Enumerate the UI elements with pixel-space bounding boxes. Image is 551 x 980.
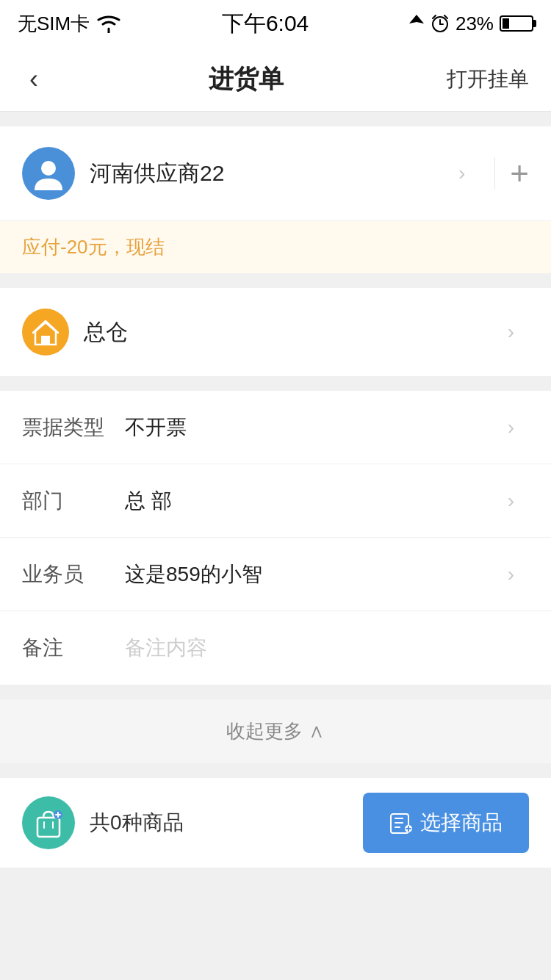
supplier-name: 河南供应商22: [90, 159, 458, 189]
remark-row[interactable]: 备注 备注内容: [0, 611, 551, 685]
notice-bar: 应付-20元，现结: [0, 221, 551, 273]
supplier-avatar: [22, 147, 75, 200]
supplier-row[interactable]: 河南供应商22 › +: [0, 126, 551, 221]
divider: [494, 157, 495, 190]
status-bar-right: 23%: [408, 12, 533, 35]
page-title: 进货单: [209, 62, 284, 96]
supplier-chevron-icon: ›: [458, 162, 465, 185]
shopping-bag-icon: [33, 807, 64, 838]
department-value: 总 部: [110, 487, 508, 515]
svg-rect-3: [37, 818, 60, 837]
form-section: 票据类型 不开票 › 部门 总 部 › 业务员 这是859的小智 › 备注 备注…: [0, 391, 551, 685]
remark-label: 备注: [22, 634, 110, 662]
section-divider-top: [0, 112, 551, 126]
open-pending-button[interactable]: 打开挂单: [447, 65, 529, 93]
back-button[interactable]: ‹: [22, 57, 46, 102]
person-icon: [32, 156, 65, 190]
warehouse-row[interactable]: 总仓 ›: [0, 273, 551, 376]
warehouse-chevron-icon: ›: [508, 320, 514, 344]
svg-rect-2: [41, 336, 50, 345]
invoice-chevron-icon: ›: [508, 416, 514, 439]
salesperson-row[interactable]: 业务员 这是859的小智 ›: [0, 538, 551, 611]
select-product-icon: [389, 811, 413, 835]
supplier-section: 河南供应商22 › + 应付-20元，现结: [0, 126, 551, 273]
collapse-row[interactable]: 收起更多 ∧: [0, 699, 551, 763]
battery-icon: [500, 15, 533, 32]
carrier-label: 无SIM卡: [18, 11, 90, 37]
remark-placeholder: 备注内容: [110, 634, 529, 662]
salesperson-label: 业务员: [22, 561, 110, 588]
select-product-button[interactable]: 选择商品: [363, 793, 529, 853]
alarm-icon: [431, 14, 450, 33]
invoice-value: 不开票: [110, 414, 508, 442]
product-icon: [22, 796, 75, 849]
location-icon: [408, 14, 425, 33]
warehouse-name: 总仓: [84, 317, 508, 347]
notice-text: 应付-20元，现结: [22, 236, 165, 258]
add-supplier-button[interactable]: +: [510, 157, 529, 190]
department-chevron-icon: ›: [508, 489, 514, 513]
wifi-icon: [96, 14, 122, 33]
department-row[interactable]: 部门 总 部 ›: [0, 464, 551, 538]
svg-point-1: [41, 161, 56, 176]
select-product-label: 选择商品: [420, 809, 503, 837]
product-count-label: 共0种商品: [90, 809, 363, 837]
bottom-bar: 共0种商品 选择商品: [0, 778, 551, 868]
battery-percent: 23%: [455, 12, 494, 35]
home-icon: [32, 318, 60, 346]
department-label: 部门: [22, 487, 110, 515]
status-bar-left: 无SIM卡: [18, 11, 122, 37]
invoice-type-row[interactable]: 票据类型 不开票 ›: [0, 391, 551, 464]
warehouse-icon: [22, 309, 69, 356]
nav-bar: ‹ 进货单 打开挂单: [0, 47, 551, 112]
invoice-label: 票据类型: [22, 414, 110, 442]
status-bar: 无SIM卡 下午6:04 23%: [0, 0, 551, 47]
page-background: [0, 868, 551, 980]
salesperson-value: 这是859的小智: [110, 561, 508, 588]
status-time: 下午6:04: [222, 9, 309, 39]
salesperson-chevron-icon: ›: [508, 563, 514, 586]
